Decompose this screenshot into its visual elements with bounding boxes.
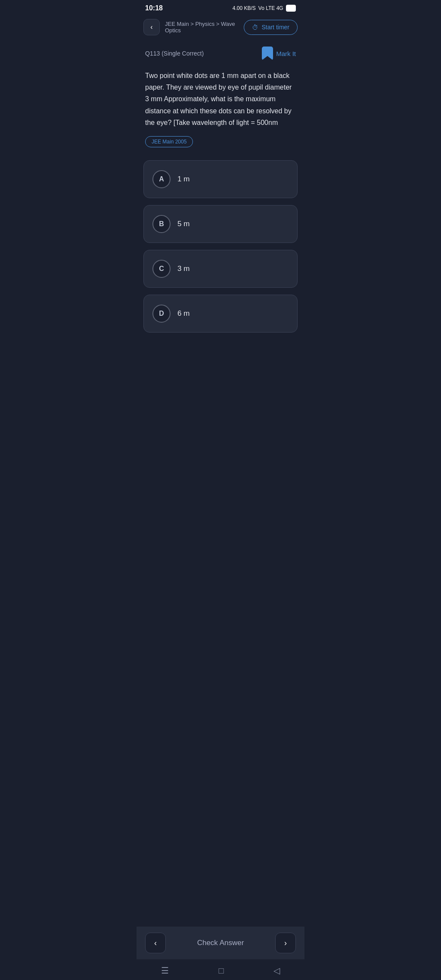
option-c[interactable]: C 3 m xyxy=(143,250,298,288)
status-icons: 4.00 KB/S Vo LTE 4G 44 xyxy=(233,5,296,12)
option-d-letter: D xyxy=(159,310,164,317)
option-b-letter: B xyxy=(159,220,164,228)
prev-icon: ‹ xyxy=(154,939,157,948)
status-time: 10:18 xyxy=(145,4,163,12)
next-button[interactable]: › xyxy=(275,933,296,953)
question-text: Two point white dots are 1 mm apart on a… xyxy=(137,65,304,136)
option-c-circle: C xyxy=(152,260,171,278)
check-answer-button[interactable]: Check Answer xyxy=(197,939,244,947)
system-nav-bar: ☰ □ ◁ xyxy=(137,959,304,980)
back-system-icon: ◁ xyxy=(273,965,280,976)
question-body: Two point white dots are 1 mm apart on a… xyxy=(145,72,292,126)
start-timer-button[interactable]: ⏱ Start timer xyxy=(244,20,298,35)
option-b-circle: B xyxy=(152,215,171,233)
back-icon: ‹ xyxy=(150,23,152,31)
timer-icon: ⏱ xyxy=(252,24,258,31)
check-answer-label: Check Answer xyxy=(197,939,244,947)
option-a-text: 1 m xyxy=(177,175,189,184)
battery-indicator: 44 xyxy=(286,5,296,12)
option-c-text: 3 m xyxy=(177,264,189,273)
options-container: A 1 m B 5 m C 3 m D 6 m xyxy=(137,160,304,333)
option-a-letter: A xyxy=(159,175,164,183)
nav-bar: ‹ JEE Main > Physics > Wave Optics ⏱ Sta… xyxy=(137,15,304,40)
option-b[interactable]: B 5 m xyxy=(143,205,298,243)
next-icon: › xyxy=(284,939,287,948)
timer-label: Start timer xyxy=(261,24,289,31)
question-tag[interactable]: JEE Main 2005 xyxy=(145,136,193,147)
option-d-circle: D xyxy=(152,305,171,323)
bookmark-icon xyxy=(262,47,273,60)
network-type: Vo LTE 4G xyxy=(258,5,283,11)
back-button[interactable]: ‹ xyxy=(143,19,160,35)
option-a-circle: A xyxy=(152,170,171,188)
option-d[interactable]: D 6 m xyxy=(143,295,298,333)
question-label: Q113 (Single Correct) xyxy=(145,50,204,57)
option-c-letter: C xyxy=(159,265,164,273)
option-d-text: 6 m xyxy=(177,309,189,318)
status-bar: 10:18 4.00 KB/S Vo LTE 4G 44 xyxy=(137,0,304,15)
bottom-bar: ‹ Check Answer › xyxy=(137,927,304,959)
network-speed: 4.00 KB/S xyxy=(233,5,256,11)
breadcrumb: JEE Main > Physics > Wave Optics xyxy=(165,21,239,34)
prev-button[interactable]: ‹ xyxy=(145,933,166,953)
tag-container: JEE Main 2005 xyxy=(137,136,304,160)
option-b-text: 5 m xyxy=(177,220,189,228)
option-a[interactable]: A 1 m xyxy=(143,160,298,198)
hamburger-icon: ☰ xyxy=(161,965,169,976)
question-header: Q113 (Single Correct) Mark It xyxy=(137,40,304,65)
home-icon: □ xyxy=(218,966,224,976)
mark-it-label: Mark It xyxy=(276,50,296,57)
mark-it-button[interactable]: Mark It xyxy=(262,47,296,60)
